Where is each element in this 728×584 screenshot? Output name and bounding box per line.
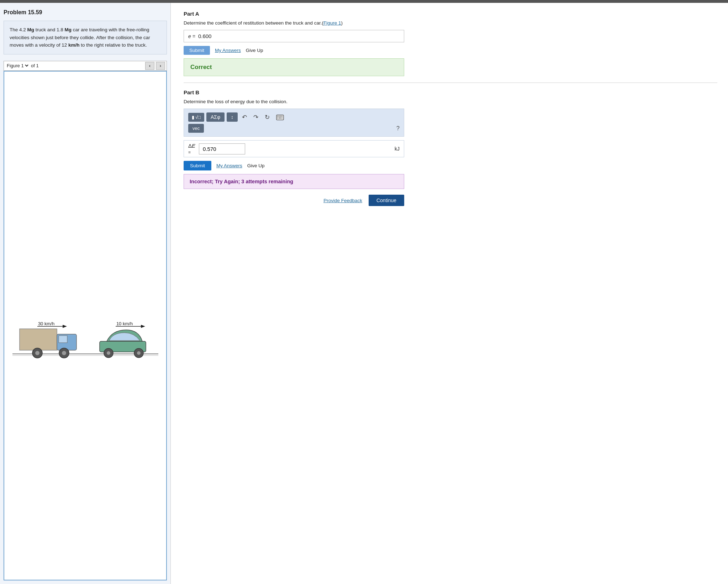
part-b-btn-row: Submit My Answers Give Up: [184, 161, 717, 170]
part-a-give-up-link[interactable]: Give Up: [246, 48, 263, 53]
part-b-unit-label: kJ: [395, 146, 400, 152]
math-updown-button[interactable]: ↕: [227, 112, 238, 122]
part-b-desc: Determine the loss of energy due to the …: [184, 99, 717, 104]
svg-rect-23: [281, 117, 283, 119]
figure-of-label: of 1: [31, 63, 144, 68]
math-greek-button[interactable]: ΑΣφ: [206, 112, 225, 122]
part-divider: [184, 83, 717, 83]
part-b-input[interactable]: [199, 143, 245, 154]
part-b-section: Part B Determine the loss of energy due …: [184, 89, 717, 206]
left-panel: Problem 15.59 The 4.2 Mg truck and 1.8 M…: [0, 3, 171, 584]
part-a-input-row: e =: [184, 30, 404, 42]
math-toolbar-box: ▮ √□ ΑΣφ ↕ ↶ ↷ ↻: [184, 109, 404, 137]
math-help-button[interactable]: ?: [396, 125, 400, 132]
part-a-title: Part A: [184, 11, 717, 17]
svg-rect-17: [277, 116, 278, 117]
continue-button[interactable]: Continue: [369, 195, 404, 206]
main-layout: Problem 15.59 The 4.2 Mg truck and 1.8 M…: [0, 3, 728, 584]
figure-svg-area: 30 km/h 10 km/h: [8, 78, 163, 576]
math-sqrt-icon: ▮: [192, 115, 194, 120]
part-a-section: Part A Determine the coefficient of rest…: [184, 11, 717, 76]
svg-rect-20: [281, 116, 283, 117]
incorrect-banner: Incorrect; Try Again; 3 attempts remaini…: [184, 174, 404, 189]
truck-speed-label: 30 km/h: [38, 321, 54, 326]
part-b-my-answers-link[interactable]: My Answers: [216, 163, 242, 168]
svg-rect-18: [279, 116, 280, 117]
figure-next-button[interactable]: ›: [156, 62, 165, 70]
svg-rect-22: [279, 117, 281, 119]
math-redo-button[interactable]: ↷: [251, 113, 260, 122]
part-a-input[interactable]: [198, 33, 400, 39]
svg-point-12: [107, 351, 110, 355]
figure-link-a[interactable]: Figure 1: [323, 20, 341, 26]
problem-description: The 4.2 Mg truck and 1.8 Mg car are trav…: [4, 21, 167, 54]
svg-rect-21: [277, 117, 278, 119]
svg-rect-19: [280, 116, 281, 117]
part-a-my-answers-link[interactable]: My Answers: [215, 48, 241, 53]
figure-box: 30 km/h 10 km/h: [4, 71, 167, 580]
car-speed-label: 10 km/h: [116, 321, 132, 326]
part-a-submit-button[interactable]: Submit: [184, 46, 210, 55]
bottom-row: Provide Feedback Continue: [184, 195, 404, 206]
right-panel: Part A Determine the coefficient of rest…: [171, 3, 728, 584]
part-a-btn-row: Submit My Answers Give Up: [184, 46, 717, 55]
svg-point-14: [137, 351, 141, 355]
correct-banner: Correct: [184, 58, 404, 76]
figure-svg: 30 km/h 10 km/h: [9, 288, 162, 366]
math-sqrt-label: √□: [195, 115, 201, 120]
provide-feedback-link[interactable]: Provide Feedback: [323, 198, 362, 203]
math-undo-button[interactable]: ↶: [240, 113, 249, 122]
top-bar: [0, 0, 728, 3]
svg-point-8: [62, 351, 66, 355]
math-toolbar-row1: ▮ √□ ΑΣφ ↕ ↶ ↷ ↻: [188, 112, 400, 122]
math-toolbar-row2: vec ?: [188, 124, 400, 133]
math-keyboard-button[interactable]: [274, 113, 286, 121]
figure-prev-button[interactable]: ‹: [145, 62, 154, 70]
part-b-title: Part B: [184, 89, 717, 95]
part-b-submit-button[interactable]: Submit: [184, 161, 211, 170]
part-b-delta-label: ΔE=: [188, 143, 195, 155]
math-vec-button[interactable]: vec: [188, 124, 204, 133]
part-b-input-row: ΔE= kJ: [184, 140, 404, 157]
figure-select[interactable]: Figure 1: [5, 63, 30, 69]
part-b-give-up-link[interactable]: Give Up: [247, 163, 265, 168]
part-a-input-label: e =: [188, 33, 195, 39]
math-sqrt-button[interactable]: ▮ √□: [188, 113, 204, 122]
svg-point-6: [35, 351, 39, 355]
figure-bar: Figure 1 of 1 ‹ ›: [4, 61, 167, 71]
svg-rect-4: [59, 336, 67, 343]
svg-rect-2: [20, 329, 57, 350]
problem-title: Problem 15.59: [4, 9, 167, 16]
part-a-desc: Determine the coefficient of restitution…: [184, 20, 717, 26]
math-refresh-button[interactable]: ↻: [263, 113, 272, 122]
